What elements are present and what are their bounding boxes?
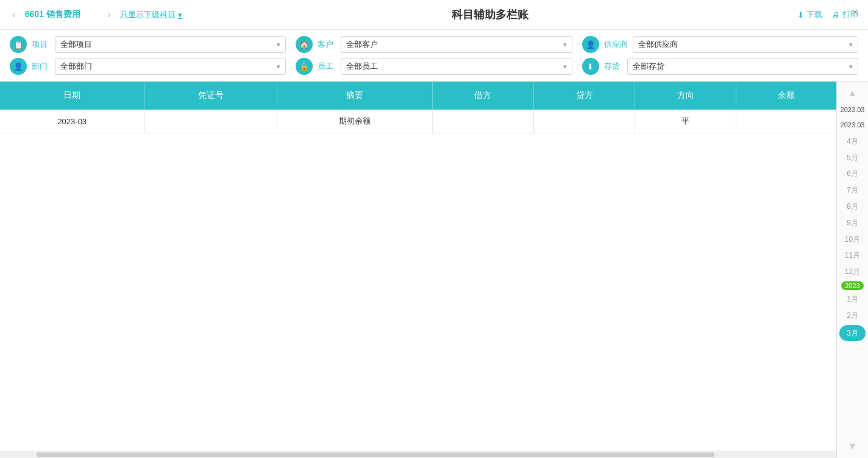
sidebar-item-2月[interactable]: 2月	[837, 308, 868, 324]
sidebar-up-arrow[interactable]: ▲	[844, 84, 862, 102]
download-icon: ⬇	[797, 10, 804, 19]
sidebar-year-badge: 2023	[841, 281, 863, 290]
stock-value: 全部存货	[633, 61, 664, 72]
scrollbar-thumb	[37, 453, 714, 457]
main-window: ‹ 6601 销售费用 › 只显示下级科目 ▾ 科目辅助多栏账 ⬇ 下载 🖨 打…	[0, 0, 868, 458]
filter-area: 📋 项目 全部项目 ▾ 🏠 客户 全部客户 ▾ 👤 供应商 全部供应商 ▾	[0, 30, 868, 82]
table-row: 2023-03期初余额平	[0, 110, 836, 133]
dept-dropdown-arrow: ▾	[277, 63, 280, 71]
prev-arrow[interactable]: ‹	[10, 9, 18, 21]
customer-filter-row: 🏠 客户 全部客户 ▾	[296, 36, 572, 53]
account-label: 6601 销售费用	[25, 9, 98, 20]
project-label: 项目	[32, 39, 50, 50]
supplier-value: 全部供应商	[638, 39, 678, 50]
sidebar-down-arrow[interactable]: ▼	[844, 437, 862, 456]
sidebar-item-1月[interactable]: 1月	[837, 291, 868, 308]
table-header-row: 日期 凭证号 摘要 借方 贷方 方向 余额	[0, 82, 836, 110]
sidebar-item-11月[interactable]: 11月	[837, 247, 868, 264]
dept-label: 部门	[32, 61, 50, 72]
project-dropdown-arrow: ▾	[277, 41, 280, 49]
project-value: 全部项目	[60, 39, 92, 50]
col-date: 日期	[0, 82, 144, 110]
project-select[interactable]: 全部项目 ▾	[55, 36, 286, 53]
col-credit: 贷方	[534, 82, 635, 110]
customer-select[interactable]: 全部客户 ▾	[341, 36, 572, 53]
supplier-dropdown-arrow: ▾	[849, 41, 853, 49]
cell-summary: 期初余额	[277, 110, 433, 133]
emp-icon: 🔒	[296, 58, 313, 75]
content-area: 日期 凭证号 摘要 借方 贷方 方向 余额 2023-03期初余额平	[0, 82, 868, 458]
project-filter-row: 📋 项目 全部项目 ▾	[10, 36, 286, 53]
emp-label: 员工	[318, 61, 336, 72]
print-icon: 🖨	[832, 10, 840, 19]
sidebar-item-9月[interactable]: 9月	[837, 215, 868, 231]
customer-dropdown-arrow: ▾	[563, 41, 567, 49]
table-area: 日期 凭证号 摘要 借方 贷方 方向 余额 2023-03期初余额平	[0, 82, 836, 458]
emp-dropdown-arrow: ▾	[563, 63, 567, 71]
empty-space	[0, 133, 836, 451]
col-direction: 方向	[635, 82, 736, 110]
stock-label: 存货	[604, 61, 622, 72]
supplier-icon: 👤	[582, 36, 599, 53]
stock-icon: ⬇	[582, 58, 599, 75]
col-voucher: 凭证号	[144, 82, 277, 110]
sidebar-item-4月[interactable]: 4月	[837, 133, 868, 150]
sidebar-item-12月[interactable]: 12月	[837, 264, 868, 280]
sidebar-year-row: 2023	[837, 280, 868, 291]
col-balance: 余额	[736, 82, 836, 110]
top-bar: ‹ 6601 销售费用 › 只显示下级科目 ▾ 科目辅助多栏账 ⬇ 下载 🖨 打…	[0, 0, 868, 30]
cell-debit	[432, 110, 533, 133]
col-debit: 借方	[432, 82, 533, 110]
sidebar-item-2023.03[interactable]: 2023.03	[837, 102, 868, 118]
show-sub-arrow-icon: ▾	[178, 10, 182, 19]
supplier-filter-row: 👤 供应商 全部供应商 ▾	[582, 36, 858, 53]
sidebar-item-3月[interactable]: 3月	[839, 325, 866, 342]
sidebar-item-10月[interactable]: 10月	[837, 231, 868, 248]
supplier-select[interactable]: 全部供应商 ▾	[633, 36, 858, 53]
project-icon: 📋	[10, 36, 27, 53]
next-arrow[interactable]: ›	[105, 9, 113, 21]
col-summary: 摘要	[277, 82, 433, 110]
show-sub-label: 只显示下级科目	[120, 9, 176, 20]
sidebar-item-8月[interactable]: 8月	[837, 199, 868, 215]
data-table: 日期 凭证号 摘要 借方 贷方 方向 余额 2023-03期初余额平	[0, 82, 836, 133]
cell-date: 2023-03	[0, 110, 144, 133]
stock-select[interactable]: 全部存货 ▾	[627, 58, 858, 75]
emp-filter-row: 🔒 员工 全部员工 ▾	[296, 58, 572, 75]
dept-value: 全部部门	[60, 61, 92, 72]
bottom-scrollbar[interactable]	[0, 451, 836, 458]
right-sidebar: ▲ 2023.032023.034月5月6月7月8月9月10月11月12月202…	[836, 82, 868, 458]
sidebar-item-7月[interactable]: 7月	[837, 182, 868, 199]
top-actions: ⬇ 下载 🖨 打印	[797, 9, 858, 20]
sidebar-item-2023.03[interactable]: 2023.03	[837, 118, 868, 133]
customer-label: 客户	[318, 39, 336, 50]
customer-icon: 🏠	[296, 36, 313, 53]
dept-icon: 👤	[10, 58, 27, 75]
download-label: 下载	[806, 9, 822, 20]
emp-select[interactable]: 全部员工 ▾	[341, 58, 572, 75]
cell-voucher	[144, 110, 277, 133]
stock-filter-row: ⬇ 存货 全部存货 ▾	[582, 58, 858, 75]
customer-value: 全部客户	[346, 39, 378, 50]
cell-credit	[534, 110, 635, 133]
cell-balance	[736, 110, 836, 133]
sidebar-item-5月[interactable]: 5月	[837, 150, 868, 166]
dept-select[interactable]: 全部部门 ▾	[55, 58, 286, 75]
supplier-label: 供应商	[604, 39, 628, 50]
stock-dropdown-arrow: ▾	[849, 63, 853, 71]
close-button[interactable]: ×	[852, 6, 858, 19]
download-button[interactable]: ⬇ 下载	[797, 9, 822, 20]
sidebar-scroll-area: 2023.032023.034月5月6月7月8月9月10月11月12月20231…	[837, 102, 868, 437]
cell-direction: 平	[635, 110, 736, 133]
sidebar-item-6月[interactable]: 6月	[837, 166, 868, 182]
dept-filter-row: 👤 部门 全部部门 ▾	[10, 58, 286, 75]
page-title: 科目辅助多栏账	[190, 7, 790, 22]
show-sub-button[interactable]: 只显示下级科目 ▾	[120, 9, 182, 20]
emp-value: 全部员工	[346, 61, 378, 72]
